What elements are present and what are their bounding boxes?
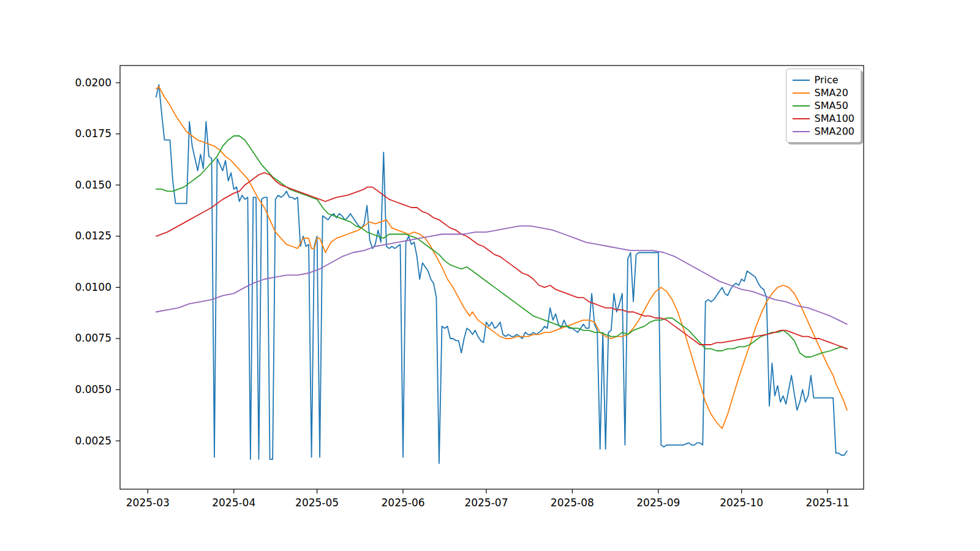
x-tick-label: 2025-06 [369, 498, 437, 508]
series-line-price [156, 84, 847, 463]
series-line-sma200 [156, 226, 847, 324]
legend-entry-price: Price [793, 73, 854, 86]
legend-entry-sma200: SMA200 [793, 125, 854, 138]
y-tick-label: 0.0025 [44, 436, 111, 446]
y-tick-label: 0.0125 [44, 231, 111, 241]
x-tick-label: 2025-11 [794, 498, 861, 508]
legend-label: SMA200 [815, 126, 854, 137]
x-tick-label: 2025-03 [114, 498, 181, 508]
y-tick-label: 0.0050 [44, 384, 111, 395]
chart-figure: 0.02000.01750.01500.01250.01000.00750.00… [0, 0, 980, 551]
legend: PriceSMA20SMA50SMA100SMA200 [786, 69, 861, 143]
x-tick-label: 2025-05 [284, 498, 351, 508]
axes-spines [120, 66, 864, 489]
x-tick-label: 2025-07 [453, 498, 520, 508]
x-tick-label: 2025-10 [708, 498, 775, 508]
legend-entry-sma20: SMA20 [793, 86, 854, 99]
legend-label: SMA20 [815, 87, 848, 99]
legend-label: SMA100 [815, 113, 854, 124]
legend-entry-sma50: SMA50 [793, 99, 854, 112]
y-tick-label: 0.0175 [44, 129, 111, 139]
legend-line-sample [793, 105, 810, 107]
x-tick-label: 2025-09 [625, 498, 692, 508]
legend-label: Price [815, 74, 839, 86]
x-tick-label: 2025-04 [200, 498, 268, 508]
legend-label: SMA50 [815, 100, 848, 111]
y-tick-label: 0.0150 [44, 180, 111, 190]
legend-line-sample [793, 118, 810, 119]
y-tick-label: 0.0100 [44, 282, 111, 293]
legend-line-sample [793, 131, 810, 132]
legend-line-sample [793, 92, 810, 94]
legend-line-sample [793, 80, 810, 81]
y-tick-label: 0.0075 [44, 333, 111, 343]
x-tick-label: 2025-08 [538, 498, 606, 508]
legend-entry-sma100: SMA100 [793, 112, 854, 125]
y-tick-label: 0.0200 [44, 78, 111, 88]
